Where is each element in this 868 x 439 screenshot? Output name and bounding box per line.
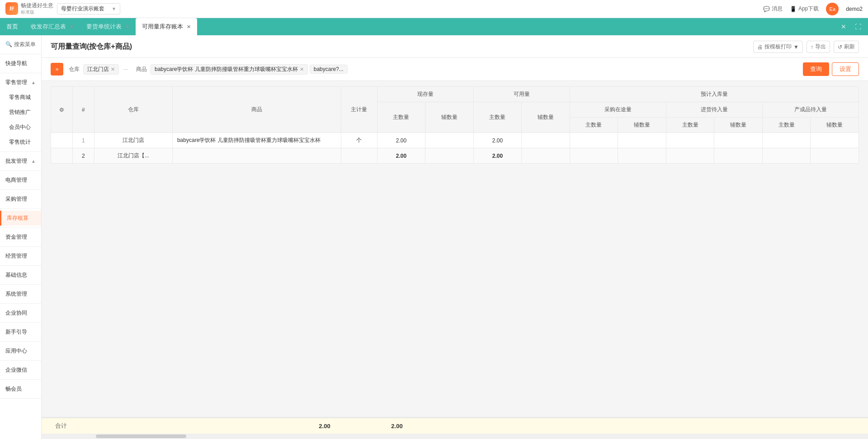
sidebar-item-inventory[interactable]: 库存核算 [0,211,41,226]
group-inbound-aux-cell [714,148,763,164]
group-product-aux-cell [811,148,859,164]
tab-summary-close-icon[interactable]: ✕ [70,24,74,30]
warehouse-more-icon[interactable]: ··· [121,65,131,73]
tab-available-stock[interactable]: 可用量库存账本 ✕ [136,18,197,35]
top-bar-right: 💬 消息 📱 App下载 Ea demo2 [763,3,863,15]
export-button[interactable]: ↑ 导出 [807,41,830,53]
table-current-main-header: 主数量 [377,102,425,133]
tab-close-all-icon[interactable]: ✕ [837,20,850,33]
store-selector[interactable]: 母婴行业演示账套 ▼ [57,3,120,14]
filter-toggle-button[interactable]: » [51,63,63,76]
member2-label: 畅会员 [5,385,22,393]
sidebar-item-wechat[interactable]: 企业微信 [0,363,41,378]
filter-action-buttons: 查询 设置 [803,62,859,76]
row-num-cell: 1 [72,133,94,148]
row-warehouse-cell: 江北门店 [94,133,172,148]
sidebar-search-area: 🔍 搜索菜单 [0,35,41,54]
filter-toggle-icon: » [56,66,59,72]
sidebar-item-quick-nav[interactable]: 快捷导航 [0,56,41,71]
product-tag-babycare2[interactable]: babycare?... [310,65,348,74]
filter-area: » 仓库 江北门店 ✕ ··· 商品 babycare学饮杯 儿童防摔防撞吸管杯… [42,58,868,81]
group-warehouse-cell: 江北门店【... [94,148,172,164]
retail-mgmt-label: 零售管理 [5,79,27,86]
system-label: 系统管理 [5,290,27,298]
warehouse-tag-jiangbei[interactable]: 江北门店 ✕ [83,64,119,75]
group-inbound-main-cell [666,148,714,164]
product-tag-babycare[interactable]: babycare学饮杯 儿童防摔防撞吸管杯重力球吸嘴杯宝宝水杯 ✕ [151,64,308,75]
sidebar-item-collab[interactable]: 企业协同 [0,306,41,321]
sidebar-item-system[interactable]: 系统管理 [0,287,41,302]
horizontal-scrollbar[interactable] [42,434,868,439]
tab-order-stat-close-icon[interactable]: ✕ [125,24,129,30]
table-product-aux-header: 辅数量 [811,118,859,133]
wechat-label: 企业微信 [5,366,27,374]
table-inbound-aux-header: 辅数量 [714,118,763,133]
data-table: ⚙ # 仓库 商品 主计量 现存量 可用量 预计入库量 主数量 辅数量 主数量 … [51,86,859,164]
tab-home[interactable]: 首页 [0,18,24,35]
table-footer: 合计 2.00 2.00 [42,417,868,434]
finance-label: 资金管理 [5,233,27,241]
product-tag-text: babycare学饮杯 儿童防摔防撞吸管杯重力球吸嘴杯宝宝水杯 [155,66,298,73]
message-action[interactable]: 💬 消息 [763,5,783,13]
table-product-group-header: 产成品待入量 [762,102,859,118]
sidebar-member-section: 畅会员 [0,380,41,399]
sidebar-item-marketing[interactable]: 营销推广 [0,105,41,120]
export-icon: ↑ [811,44,813,50]
table-inbound-group-header: 进货待入量 [666,102,762,118]
tab-summary[interactable]: 收发存汇总表 ✕ [24,18,80,35]
table-settings-header[interactable]: ⚙ [51,87,73,133]
avatar[interactable]: Ea [826,3,839,15]
product-filter-group: 商品 babycare学饮杯 儿童防摔防撞吸管杯重力球吸嘴杯宝宝水杯 ✕ bab… [136,64,348,75]
query-button[interactable]: 查询 [803,62,829,76]
print-template-button[interactable]: 🖨 按模板打印 ▼ [753,41,803,53]
tab-expand-icon[interactable]: ⛶ [852,20,864,33]
sidebar-finance-section: 资金管理 [0,228,41,247]
collab-label: 企业协同 [5,309,27,317]
table-forecast-in-header: 预计入库量 [570,87,859,102]
basics-label: 基础信息 [5,271,27,279]
warehouse-tag-close-icon[interactable]: ✕ [111,66,115,72]
row-unit-cell: 个 [341,133,377,148]
group-current-main-cell: 2.00 [377,148,425,164]
group-product-main-cell [762,148,811,164]
sidebar-item-member2[interactable]: 畅会员 [0,382,41,397]
group-settings-cell [51,148,73,164]
settings-button[interactable]: 设置 [832,62,859,76]
table-inbound-main-header: 主数量 [666,118,714,133]
sidebar-item-basics[interactable]: 基础信息 [0,268,41,283]
scrollbar-thumb[interactable] [96,434,186,438]
user-name: demo2 [846,6,863,12]
refresh-button[interactable]: ↺ 刷新 [834,41,859,53]
sidebar-item-operations[interactable]: 经营管理 [0,249,41,264]
warehouse-filter-label: 仓库 [69,66,80,73]
table-product-header: 商品 [172,87,341,133]
row-avail-main-cell: 2.00 [473,133,522,148]
sidebar-item-finance[interactable]: 资金管理 [0,230,41,245]
sidebar-item-wholesale-mgmt[interactable]: 批发管理 ▲ [0,154,41,169]
chevron-down-icon: ▼ [112,6,116,11]
sidebar-item-purchase[interactable]: 采购管理 [0,192,41,207]
table-group-row: 2 江北门店【... 2.00 2.00 [51,148,859,164]
sidebar-item-app-center[interactable]: 应用中心 [0,344,41,359]
sidebar-item-retail-mgmt[interactable]: 零售管理 ▲ [0,75,41,90]
sidebar-basics-section: 基础信息 [0,266,41,285]
sidebar-item-member[interactable]: 会员中心 [0,120,41,135]
sidebar-item-ecommerce[interactable]: 电商管理 [0,173,41,188]
tab-summary-label: 收发存汇总表 [31,23,66,31]
search-menu-button[interactable]: 🔍 搜索菜单 [4,39,38,50]
sidebar-item-retail-stats[interactable]: 零售统计 [0,135,41,150]
tab-available-stock-close-icon[interactable]: ✕ [187,24,191,30]
warehouse-tags: 江北门店 ✕ ··· [83,64,131,75]
print-label: 按模板打印 [764,43,792,51]
product-tags: babycare学饮杯 儿童防摔防撞吸管杯重力球吸嘴杯宝宝水杯 ✕ babyca… [151,64,348,75]
table-purchase-aux-header: 辅数量 [618,118,666,133]
sidebar-item-newbie[interactable]: 新手引导 [0,325,41,340]
warehouse-tag-text: 江北门店 [87,66,109,73]
app-edition: 标准版 [21,9,53,15]
tab-order-stat[interactable]: 要货单统计表 ✕ [80,18,136,35]
product-filter-label: 商品 [136,66,147,73]
product-tag-close-icon[interactable]: ✕ [300,66,304,72]
sidebar-item-retail-mall[interactable]: 零售商城 [0,90,41,105]
app-download-action[interactable]: 📱 App下载 [790,5,819,13]
page-header: 可用量查询(按仓库+商品) 🖨 按模板打印 ▼ ↑ 导出 ↺ 刷新 [42,35,868,58]
